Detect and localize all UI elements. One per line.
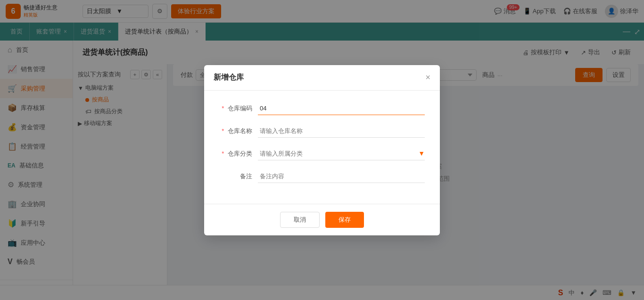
modal-overlay[interactable]: 新增仓库 × * 仓库编码 * 仓库名称 [0,0,644,300]
warehouse-category-row: * 仓库分类 ▼ [219,147,425,160]
modal-close-button[interactable]: × [425,73,430,83]
category-dropdown-icon[interactable]: ▼ [418,150,425,157]
save-button[interactable]: 保存 [325,212,364,228]
modal-title: 新增仓库 [214,73,244,83]
warehouse-code-row: * 仓库编码 [219,102,425,115]
add-warehouse-modal: 新增仓库 × * 仓库编码 * 仓库名称 [204,65,440,235]
modal-footer: 取消 保存 [204,204,440,235]
warehouse-name-label: * 仓库名称 [219,127,252,135]
warehouse-category-select-row: ▼ [258,147,425,160]
warehouse-code-label: * 仓库编码 [219,104,252,113]
modal-body: * 仓库编码 * 仓库名称 * 仓库分类 [204,91,440,204]
warehouse-category-input[interactable] [258,147,418,160]
required-mark: * [222,105,224,112]
remark-row: 备注 [219,170,425,183]
required-mark-2: * [222,127,224,134]
required-mark-3: * [222,150,224,157]
remark-input[interactable] [258,170,425,183]
remark-label: 备注 [219,172,252,181]
warehouse-code-input[interactable] [258,102,425,115]
cancel-button[interactable]: 取消 [280,212,320,228]
modal-header: 新增仓库 × [204,65,440,91]
warehouse-category-label: * 仓库分类 [219,150,252,158]
warehouse-name-input[interactable] [258,125,425,138]
warehouse-name-row: * 仓库名称 [219,125,425,138]
